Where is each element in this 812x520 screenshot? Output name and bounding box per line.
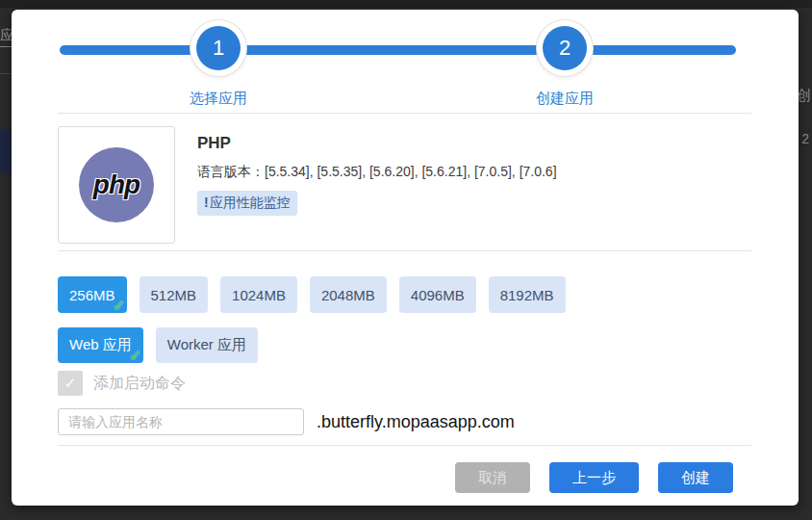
apm-badge-label: 应用性能监控 — [210, 195, 291, 210]
php-logo-icon: php — [79, 147, 154, 222]
create-app-dialog: 1 2 选择应用 创建应用 php PHP 语言版本：[5.5.34], [5.… — [12, 10, 799, 506]
memory-option-label: 256MB — [69, 287, 115, 303]
apm-badge: !应用性能监控 — [197, 191, 297, 216]
app-name-input[interactable] — [58, 408, 304, 435]
dialog-footer: 取消 上一步 创建 — [12, 446, 799, 493]
previous-step-button[interactable]: 上一步 — [549, 462, 639, 493]
app-type-options: Web 应用 ✓ Worker 应用 — [58, 327, 799, 363]
memory-option-1024mb[interactable]: 1024MB — [220, 276, 297, 313]
app-type-label: Web 应用 — [69, 336, 132, 354]
memory-option-label: 8192MB — [500, 287, 554, 303]
memory-option-4096mb[interactable]: 4096MB — [399, 276, 476, 313]
app-logo-card: php — [58, 126, 175, 244]
startup-command-label: 添加启动命令 — [93, 374, 186, 394]
memory-option-8192mb[interactable]: 8192MB — [489, 276, 566, 313]
domain-suffix: .butterfly.mopaasapp.com — [317, 412, 515, 432]
memory-option-256mb[interactable]: 256MB ✓ — [58, 276, 127, 313]
memory-option-label: 512MB — [151, 287, 197, 303]
app-versions: 语言版本：[5.5.34], [5.5.35], [5.6.20], [5.6.… — [197, 164, 557, 181]
versions-list: [5.5.34], [5.5.35], [5.6.20], [5.6.21], … — [265, 164, 557, 179]
app-name-title: PHP — [197, 134, 557, 153]
memory-option-label: 2048MB — [321, 287, 375, 303]
startup-command-row: ✓ 添加启动命令 — [58, 371, 799, 396]
app-name-row: .butterfly.mopaasapp.com — [58, 408, 799, 435]
memory-option-label: 4096MB — [411, 287, 465, 303]
stepper-progress-bar — [60, 45, 736, 55]
memory-option-2048mb[interactable]: 2048MB — [310, 276, 387, 313]
check-icon: ✓ — [113, 297, 125, 315]
app-type-label: Worker 应用 — [167, 336, 246, 354]
selected-app-section: php PHP 语言版本：[5.5.34], [5.5.35], [5.6.20… — [12, 114, 799, 250]
step-1-indicator: 1 — [196, 26, 241, 70]
step-2-indicator: 2 — [543, 26, 587, 70]
app-type-web-button[interactable]: Web 应用 ✓ — [58, 327, 143, 363]
memory-options: 256MB ✓ 512MB 1024MB 2048MB 4096MB 8192M… — [58, 276, 799, 313]
background-text-right-1: 创 — [797, 87, 811, 105]
check-icon: ✓ — [129, 347, 141, 365]
background-text-right-2: 2 — [801, 131, 809, 146]
php-logo-text: php — [93, 169, 140, 200]
create-button[interactable]: 创建 — [658, 462, 733, 493]
startup-command-checkbox[interactable]: ✓ — [58, 371, 83, 396]
app-details: PHP 语言版本：[5.5.34], [5.5.35], [5.6.20], [… — [197, 126, 557, 244]
cancel-button[interactable]: 取消 — [455, 462, 530, 493]
step-2-label: 创建应用 — [497, 90, 632, 108]
step-1-label: 选择应用 — [151, 90, 286, 108]
memory-option-512mb[interactable]: 512MB — [140, 276, 209, 313]
divider — [58, 250, 751, 251]
app-type-worker-button[interactable]: Worker 应用 — [156, 327, 258, 363]
versions-label: 语言版本： — [197, 164, 265, 179]
wizard-stepper: 1 2 选择应用 创建应用 — [12, 10, 799, 113]
exclamation-icon: ! — [204, 195, 209, 210]
memory-option-label: 1024MB — [232, 287, 286, 303]
